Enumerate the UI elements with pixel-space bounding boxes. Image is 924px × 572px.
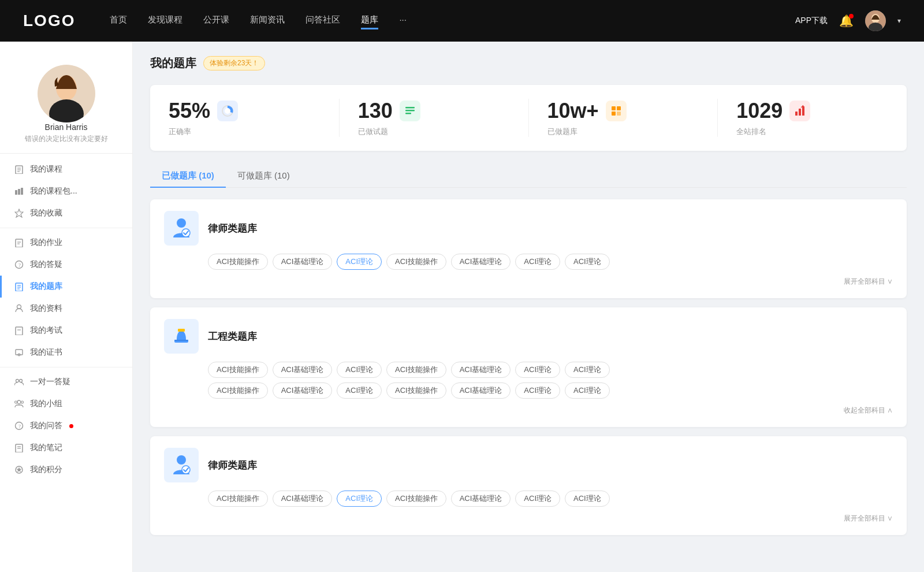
- svg-rect-42: [405, 110, 415, 112]
- sidebar-item-exam[interactable]: 我的考试: [0, 320, 132, 341]
- stat-rank-label: 全站排名: [736, 127, 766, 137]
- lawyer-icon-1: [164, 211, 199, 246]
- bar-chart-icon: [789, 101, 810, 121]
- svg-rect-48: [795, 112, 798, 116]
- tag-eng-10[interactable]: ACI技能操作: [386, 382, 446, 399]
- tag-lawyer2-5[interactable]: ACI理论: [515, 491, 560, 507]
- tag-lawyer2-3[interactable]: ACI技能操作: [386, 491, 446, 507]
- sidebar-item-course-pack[interactable]: 我的课程包...: [0, 180, 132, 202]
- sidebar-item-points[interactable]: 我的积分: [0, 459, 132, 481]
- stat-done-questions-label: 已做试题: [358, 127, 388, 137]
- sidebar-item-course[interactable]: 我的课程: [0, 158, 132, 180]
- user-menu-chevron[interactable]: ▾: [897, 17, 901, 25]
- expand-lawyer1[interactable]: 展开全部科目 ∨: [164, 274, 893, 287]
- sidebar-item-favorites[interactable]: 我的收藏: [0, 202, 132, 224]
- qbank-card-lawyer-1-header: 律师类题库: [164, 211, 893, 246]
- sidebar-item-exam-label: 我的考试: [30, 325, 62, 336]
- tag-eng-1[interactable]: ACI基础理论: [273, 362, 333, 378]
- star-icon: [14, 208, 24, 218]
- sidebar-item-group-label: 我的小组: [30, 399, 62, 409]
- tag-eng-11[interactable]: ACI基础理论: [451, 382, 511, 399]
- qbank-title-lawyer-2: 律师类题库: [208, 459, 257, 472]
- tag-eng-5[interactable]: ACI理论: [515, 362, 560, 378]
- ranking-icon: [793, 105, 806, 117]
- sidebar-item-qbank[interactable]: 我的题库: [0, 276, 132, 298]
- nav-link-discover[interactable]: 发现课程: [148, 12, 182, 29]
- tab-available-banks[interactable]: 可做题库 (10): [226, 165, 301, 187]
- nav-link-more[interactable]: ···: [399, 12, 407, 29]
- sidebar-item-notes[interactable]: 我的笔记: [0, 437, 132, 459]
- stat-done-banks-label: 已做题库: [547, 127, 578, 137]
- sidebar-item-homework[interactable]: 我的作业: [0, 232, 132, 254]
- svg-rect-43: [405, 113, 411, 114]
- stat-rank-value: 1029: [736, 99, 783, 123]
- tag-lawyer1-6[interactable]: ACI理论: [565, 254, 610, 270]
- expand-lawyer2[interactable]: 展开全部科目 ∨: [164, 511, 893, 523]
- qbank-icon: [14, 281, 24, 292]
- sidebar-item-course-pack-label: 我的课程包...: [30, 186, 77, 196]
- sidebar-item-profile[interactable]: 我的资料: [0, 298, 132, 320]
- tag-eng-0[interactable]: ACI技能操作: [208, 362, 268, 378]
- tag-lawyer2-6[interactable]: ACI理论: [565, 491, 610, 507]
- tag-lawyer2-1[interactable]: ACI基础理论: [273, 491, 333, 507]
- qbank-card-engineer-header: 工程类题库: [164, 319, 893, 354]
- tag-lawyer2-0[interactable]: ACI技能操作: [208, 491, 268, 507]
- trial-badge: 体验剩余23天！: [203, 56, 265, 70]
- tag-eng-13[interactable]: ACI理论: [565, 382, 610, 399]
- stat-done-banks-top: 10w+: [547, 99, 627, 123]
- tag-lawyer1-1[interactable]: ACI基础理论: [273, 254, 333, 270]
- tag-lawyer1-2[interactable]: ACI理论: [337, 254, 382, 270]
- tag-lawyer2-2[interactable]: ACI理论: [337, 491, 382, 507]
- sidebar-item-certificate[interactable]: 我的证书: [0, 341, 132, 363]
- sidebar-item-group[interactable]: 我的小组: [0, 393, 132, 415]
- tag-eng-9[interactable]: ACI理论: [337, 382, 382, 399]
- svg-rect-49: [799, 109, 801, 116]
- sidebar-item-my-qa[interactable]: ? 我的问答: [0, 415, 132, 437]
- svg-rect-26: [16, 350, 23, 355]
- tag-eng-3[interactable]: ACI技能操作: [386, 362, 446, 378]
- tag-eng-6[interactable]: ACI理论: [565, 362, 610, 378]
- tag-eng-7[interactable]: ACI技能操作: [208, 382, 268, 399]
- tag-lawyer2-4[interactable]: ACI基础理论: [451, 491, 511, 507]
- sidebar-item-qa[interactable]: ? 我的答疑: [0, 254, 132, 276]
- sidebar-item-qbank-label: 我的题库: [30, 281, 62, 292]
- tag-eng-12[interactable]: ACI理论: [515, 382, 560, 399]
- nav-link-qbank[interactable]: 题库: [361, 12, 378, 29]
- nav-link-news[interactable]: 新闻资讯: [250, 12, 285, 29]
- svg-rect-11: [18, 189, 20, 195]
- tag-eng-8[interactable]: ACI基础理论: [273, 382, 333, 399]
- tab-done-banks[interactable]: 已做题库 (10): [150, 165, 226, 187]
- exam-icon: [14, 325, 24, 336]
- tag-lawyer1-5[interactable]: ACI理论: [515, 254, 560, 270]
- sidebar-item-one-on-one[interactable]: 一对一答疑: [0, 371, 132, 393]
- svg-point-40: [225, 108, 230, 114]
- profile-icon: [14, 303, 24, 314]
- nav-link-opencourse[interactable]: 公开课: [203, 12, 229, 29]
- user-avatar[interactable]: [865, 10, 886, 31]
- tag-eng-2[interactable]: ACI理论: [337, 362, 382, 378]
- sidebar-item-certificate-label: 我的证书: [30, 347, 62, 358]
- certificate-icon: [14, 347, 24, 358]
- nav-link-qa[interactable]: 问答社区: [305, 12, 340, 29]
- tag-lawyer1-4[interactable]: ACI基础理论: [451, 254, 511, 270]
- tag-eng-4[interactable]: ACI基础理论: [451, 362, 511, 378]
- stat-accuracy-label: 正确率: [169, 127, 191, 137]
- qa-icon: ?: [14, 259, 24, 270]
- qbank-tags-engineer-row2: ACI技能操作 ACI基础理论 ACI理论 ACI技能操作 ACI基础理论 AC…: [208, 382, 893, 399]
- svg-point-30: [17, 400, 21, 404]
- lawyer-svg-2: [169, 452, 194, 478]
- notification-bell[interactable]: 🔔: [839, 14, 854, 28]
- qbank-tags-lawyer-2: ACI技能操作 ACI基础理论 ACI理论 ACI技能操作 ACI基础理论 AC…: [208, 491, 893, 507]
- nav-link-home[interactable]: 首页: [110, 12, 127, 29]
- app-download-button[interactable]: APP下载: [795, 16, 828, 26]
- profile-motto: 错误的决定比没有决定要好: [25, 134, 108, 144]
- tag-lawyer1-0[interactable]: ACI技能操作: [208, 254, 268, 270]
- svg-text:?: ?: [18, 262, 21, 268]
- expand-engineer[interactable]: 收起全部科目 ∧: [164, 403, 893, 415]
- tag-lawyer1-3[interactable]: ACI技能操作: [386, 254, 446, 270]
- svg-text:?: ?: [18, 424, 21, 429]
- svg-point-51: [177, 218, 186, 228]
- list-chart-icon: [404, 105, 416, 117]
- svg-rect-54: [178, 329, 185, 332]
- sidebar-item-course-label: 我的课程: [30, 164, 62, 174]
